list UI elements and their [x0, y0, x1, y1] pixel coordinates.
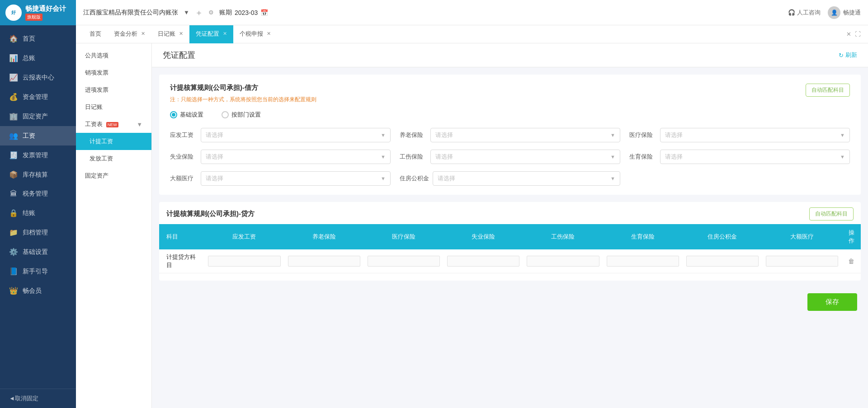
menu-purchase-invoice[interactable]: 进项发票	[76, 81, 151, 98]
save-button[interactable]: 保存	[807, 293, 857, 311]
input-unemployment[interactable]	[447, 256, 519, 267]
tab-funds-close[interactable]: ✕	[141, 31, 145, 37]
chevron-down-icon: ▼	[381, 132, 386, 138]
input-maternity[interactable]	[607, 256, 679, 267]
topbar: 江西服宝精品有限责任公司内账张 ▼ ＋ ⚙ 账期 2023-03 📅 🎧 人工咨…	[76, 0, 868, 25]
housing-label: 住房公积金	[400, 174, 429, 183]
tab-voucher[interactable]: 凭证配置 ✕	[189, 25, 233, 43]
user-menu[interactable]: 👤 畅捷通	[828, 6, 861, 19]
tab-diary-close[interactable]: ✕	[179, 31, 183, 37]
home-icon: 🏠	[9, 34, 18, 43]
chevron-down-icon-3: ▼	[840, 132, 845, 138]
cell-pension	[284, 249, 364, 273]
calendar-icon[interactable]: 📅	[260, 9, 268, 16]
sidebar-item-funds[interactable]: 💰 资金管理	[0, 87, 76, 107]
cancel-fixed-button[interactable]: ◄取消固定	[0, 389, 76, 408]
unemployment-label: 失业保险	[170, 153, 197, 161]
field-bigmedical: 大额医疗 请选择 ▼	[170, 171, 391, 186]
pension-select[interactable]: 请选择 ▼	[430, 128, 620, 142]
sidebar-item-member[interactable]: 👑 畅会员	[0, 281, 76, 300]
radio-basic-circle	[170, 111, 177, 118]
sidebar-item-ledger[interactable]: 📊 总账	[0, 48, 76, 68]
injury-select[interactable]: 请选择 ▼	[430, 150, 620, 164]
sidebar-item-invoice[interactable]: 🧾 发票管理	[0, 145, 76, 165]
field-base-salary: 应发工资 请选择 ▼	[170, 128, 391, 142]
input-base-salary[interactable]	[208, 256, 280, 267]
sidebar-item-close[interactable]: 🔒 结账	[0, 203, 76, 223]
sidebar-item-home[interactable]: 🏠 首页	[0, 29, 76, 48]
company-dropdown-icon[interactable]: ▼	[184, 9, 189, 16]
sidebar-item-guide[interactable]: 📘 新手引导	[0, 262, 76, 281]
tab-home[interactable]: 首页	[83, 25, 108, 43]
col-unemployment: 失业保险	[443, 224, 523, 249]
bigmedical-select[interactable]: 请选择 ▼	[201, 171, 391, 186]
sidebar-item-archive[interactable]: 📁 归档管理	[0, 223, 76, 242]
input-medical[interactable]	[368, 256, 440, 267]
row-label: 计提贷方科目	[159, 249, 204, 273]
debit-form-grid: 应发工资 请选择 ▼ 养老保险 请选择 ▼ 医疗	[170, 128, 850, 186]
radio-department[interactable]: 按部门设置	[222, 111, 261, 119]
field-housing: 住房公积金 请选择 ▼	[400, 171, 620, 186]
menu-pay-salary[interactable]: 发放工资	[76, 150, 151, 167]
menu-salary-table[interactable]: 工资表 NEW ▼	[76, 116, 151, 133]
sidebar-item-reports[interactable]: 📈 云报表中心	[0, 68, 76, 87]
sidebar-item-settings[interactable]: ⚙️ 基础设置	[0, 242, 76, 262]
reports-icon: 📈	[9, 73, 18, 82]
left-menu: 公共选项 销项发票 进项发票 日记账 工资表 NEW ▼ 计提工资	[76, 43, 152, 408]
cell-unemployment	[443, 249, 523, 273]
menu-fixed-assets[interactable]: 固定资产	[76, 167, 151, 184]
tab-voucher-close[interactable]: ✕	[223, 31, 227, 37]
input-injury[interactable]	[527, 256, 599, 267]
debit-auto-match-button[interactable]: 自动匹配科目	[806, 84, 850, 97]
delete-row-button[interactable]: 🗑	[848, 258, 854, 265]
settings-button[interactable]: ⚙	[208, 9, 214, 16]
menu-public[interactable]: 公共选项	[76, 47, 151, 64]
sidebar-item-tax[interactable]: 🏛 税务管理	[0, 184, 76, 203]
maternity-select[interactable]: 请选择 ▼	[660, 150, 850, 164]
debit-section-title: 计提核算规则(公司承担)-借方	[170, 84, 316, 92]
add-tab-button[interactable]: ＋	[195, 7, 203, 18]
main-area: 江西服宝精品有限责任公司内账张 ▼ ＋ ⚙ 账期 2023-03 📅 🎧 人工咨…	[76, 0, 868, 408]
ledger-icon: 📊	[9, 54, 18, 62]
input-housing[interactable]	[686, 256, 759, 267]
field-pension: 养老保险 请选择 ▼	[400, 128, 620, 142]
refresh-icon: ↻	[839, 52, 844, 59]
tab-tax[interactable]: 个税申报 ✕	[233, 25, 277, 43]
credit-auto-match-button[interactable]: 自动匹配科目	[809, 207, 854, 220]
tab-tax-close[interactable]: ✕	[267, 31, 271, 37]
menu-diary[interactable]: 日记账	[76, 98, 151, 116]
debit-section-header: 计提核算规则(公司承担)-借方 注：只能选择一种方式，系统将按照您当前的选择来配…	[170, 84, 850, 111]
radio-group: 基础设置 按部门设置	[170, 111, 850, 119]
pension-label: 养老保险	[400, 131, 427, 139]
sidebar-item-inventory[interactable]: 📦 库存核算	[0, 165, 76, 184]
refresh-button[interactable]: ↻ 刷新	[839, 51, 857, 59]
col-injury: 工伤保险	[523, 224, 603, 249]
tab-diary[interactable]: 日记账 ✕	[151, 25, 189, 43]
bigmedical-label: 大额医疗	[170, 174, 197, 183]
sidebar-item-salary[interactable]: 👥 工资	[0, 126, 76, 145]
unemployment-select[interactable]: 请选择 ▼	[201, 150, 391, 164]
credit-table: 科目 应发工资 养老保险 医疗保险 失业保险 工伤保险 生育保险 住房公积金 大…	[159, 224, 861, 273]
expand-icon[interactable]: ▼	[137, 121, 142, 128]
archive-icon: 📁	[9, 228, 18, 237]
funds-icon: 💰	[9, 93, 18, 101]
tab-funds[interactable]: 资金分析 ✕	[108, 25, 151, 43]
service-button[interactable]: 🎧 人工咨询	[788, 9, 821, 17]
base-salary-select[interactable]: 请选择 ▼	[201, 128, 391, 142]
assets-icon: 🏢	[9, 112, 18, 121]
table-row: 计提贷方科目 🗑	[159, 249, 861, 273]
col-action: 操作	[842, 224, 861, 249]
sidebar-item-assets[interactable]: 🏢 固定资产	[0, 107, 76, 126]
tab-expand[interactable]: ⛶	[855, 31, 861, 38]
credit-section: 计提核算规则(公司承担)-贷方 自动匹配科目 科目 应发工资 养老保险 医疗保险…	[159, 202, 861, 281]
logo-text: 畅捷通好会计 旗舰版	[25, 5, 66, 21]
member-icon: 👑	[9, 286, 18, 295]
menu-accrual-salary[interactable]: 计提工资	[76, 133, 151, 150]
input-pension[interactable]	[288, 256, 360, 267]
housing-select[interactable]: 请选择 ▼	[433, 171, 620, 186]
radio-basic[interactable]: 基础设置	[170, 111, 203, 119]
tab-close-all[interactable]: ✕	[846, 31, 851, 38]
medical-select[interactable]: 请选择 ▼	[660, 128, 850, 142]
input-bigmedical[interactable]	[766, 256, 838, 267]
menu-sales-invoice[interactable]: 销项发票	[76, 64, 151, 81]
